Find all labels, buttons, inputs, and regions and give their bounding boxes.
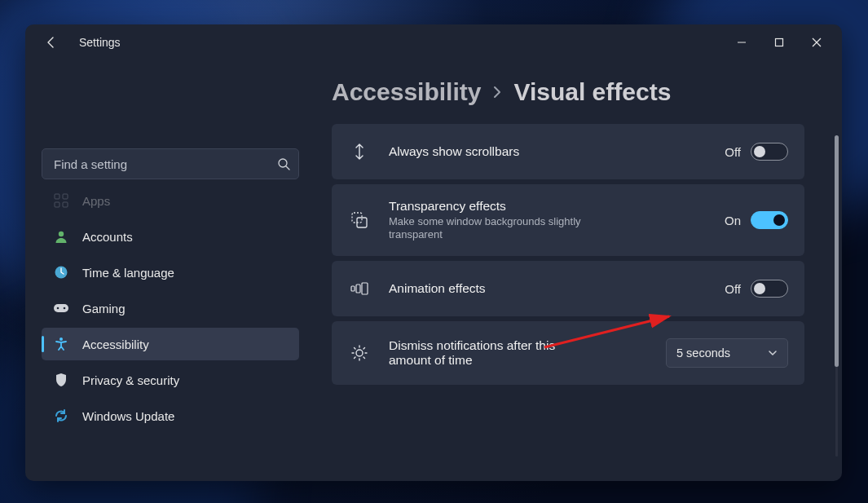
brightness-icon [348, 344, 371, 362]
svg-rect-16 [362, 283, 368, 294]
app-title: Settings [79, 36, 121, 49]
svg-rect-0 [776, 39, 783, 46]
select-value: 5 seconds [676, 346, 730, 360]
sidebar-item-label: Accessibility [82, 338, 149, 351]
svg-point-11 [59, 338, 63, 341]
setting-title: Transparency effects [389, 199, 725, 214]
svg-point-17 [356, 350, 363, 356]
search-input[interactable] [54, 157, 277, 171]
person-icon [53, 228, 69, 245]
setting-subtitle: Make some window backgrounds slightly tr… [389, 215, 601, 242]
scrollbar-icon [348, 143, 371, 161]
setting-transparency[interactable]: Transparency effects Make some window ba… [332, 184, 804, 256]
arrow-left-icon [45, 36, 58, 49]
clock-globe-icon [53, 264, 69, 280]
settings-list: Always show scrollbars Off Transparency … [332, 124, 819, 385]
close-button[interactable] [798, 29, 835, 55]
sidebar-item-accessibility[interactable]: Accessibility [42, 328, 299, 360]
settings-window: Settings [25, 24, 842, 481]
toggle-state-label: Off [725, 145, 741, 159]
window-controls [723, 29, 835, 55]
svg-rect-4 [55, 202, 59, 207]
nav-list: Apps Accounts Time & language [35, 191, 306, 481]
setting-title: Always show scrollbars [389, 144, 725, 159]
breadcrumb-current: Visual effects [513, 78, 671, 106]
svg-rect-2 [55, 194, 59, 199]
setting-scrollbars[interactable]: Always show scrollbars Off [332, 124, 804, 179]
accessibility-icon [53, 336, 69, 352]
svg-point-9 [57, 307, 59, 310]
shield-icon [53, 372, 69, 388]
breadcrumb: Accessibility Visual effects [332, 78, 819, 106]
svg-rect-15 [356, 285, 360, 293]
sidebar-item-label: Windows Update [82, 409, 174, 423]
close-icon [812, 38, 822, 47]
svg-point-10 [64, 307, 66, 310]
sidebar-item-label: Accounts [82, 230, 133, 244]
animation-icon [348, 282, 371, 295]
apps-icon [53, 192, 69, 209]
sidebar-item-label: Apps [82, 194, 110, 208]
back-button[interactable] [38, 29, 64, 55]
minimize-button[interactable] [723, 29, 760, 55]
gamepad-icon [53, 300, 69, 316]
sidebar-item-privacy-security[interactable]: Privacy & security [42, 364, 299, 396]
toggle-state-label: On [725, 214, 741, 227]
sidebar: Apps Accounts Time & language [25, 60, 315, 481]
toggle-state-label: Off [725, 282, 741, 296]
toggle-animation[interactable] [751, 280, 788, 298]
titlebar: Settings [25, 24, 842, 60]
sidebar-item-windows-update[interactable]: Windows Update [42, 399, 299, 432]
maximize-icon [774, 38, 784, 47]
svg-point-1 [279, 159, 287, 167]
chevron-down-icon [768, 348, 778, 358]
scrollbar-track[interactable] [835, 135, 838, 457]
sync-icon [53, 408, 69, 424]
sidebar-item-label: Gaming [82, 302, 126, 315]
maximize-button[interactable] [760, 29, 798, 55]
sidebar-item-time-language[interactable]: Time & language [42, 256, 299, 289]
sidebar-item-label: Time & language [82, 266, 174, 280]
user-block [35, 70, 306, 148]
toggle-transparency[interactable] [751, 211, 788, 229]
toggle-scrollbars[interactable] [751, 143, 788, 161]
svg-rect-14 [351, 286, 355, 291]
svg-rect-8 [54, 304, 68, 312]
svg-rect-3 [63, 194, 68, 199]
sidebar-item-accounts[interactable]: Accounts [42, 220, 299, 253]
svg-point-6 [59, 232, 64, 236]
search-field[interactable] [42, 148, 299, 179]
scrollbar-thumb[interactable] [835, 135, 839, 367]
svg-rect-5 [63, 202, 68, 207]
minimize-icon [737, 38, 747, 47]
setting-title: Animation effects [389, 281, 725, 296]
breadcrumb-parent[interactable]: Accessibility [332, 78, 481, 106]
chevron-right-icon [491, 82, 504, 102]
transparency-icon [348, 211, 371, 229]
setting-notification-timeout[interactable]: Dismiss notifications after this amount … [332, 321, 804, 385]
search-icon [277, 157, 290, 170]
sidebar-item-gaming[interactable]: Gaming [42, 292, 299, 324]
select-notification-timeout[interactable]: 5 seconds [666, 338, 788, 368]
sidebar-item-apps[interactable]: Apps [42, 191, 299, 217]
setting-title: Dismiss notifications after this amount … [389, 338, 593, 368]
main-content: Accessibility Visual effects Always show… [315, 60, 842, 481]
setting-animation[interactable]: Animation effects Off [332, 261, 804, 316]
sidebar-item-label: Privacy & security [82, 373, 179, 387]
